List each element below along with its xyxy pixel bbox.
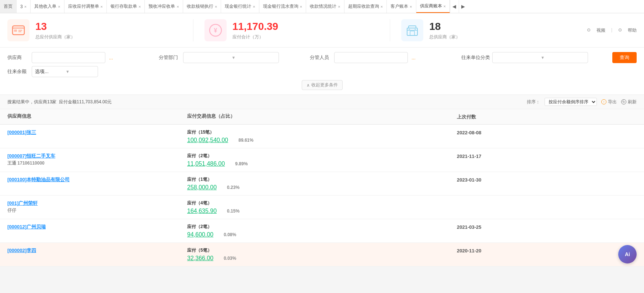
result-bar: 搜索结果中，供应商13家 应付金额111,703,854.00元 排序： 按应付… bbox=[0, 95, 644, 109]
supplier-link-002[interactable]: [000002]李四 bbox=[7, 248, 36, 253]
payable-amount-100[interactable]: 258,000.00 bbox=[187, 184, 217, 191]
nav-tab-advance-collection[interactable]: 预收冲应收单 × bbox=[145, 0, 183, 13]
supplier-input[interactable] bbox=[32, 52, 105, 63]
nav-tab-collection-verify-close[interactable]: × bbox=[215, 4, 217, 9]
nav-tab-other-income[interactable]: 其他收入单 × bbox=[31, 0, 64, 13]
nav-tab-bank-deposit-close[interactable]: × bbox=[139, 4, 141, 9]
nav-tab-cash-bank-flow-close[interactable]: × bbox=[300, 4, 302, 9]
person-label: 分管人员 bbox=[310, 54, 332, 61]
nav-tab-cash-bank-stat-close[interactable]: × bbox=[253, 4, 255, 9]
dept-label: 分管部门 bbox=[159, 54, 181, 61]
nav-tab-customer-account-close[interactable]: × bbox=[410, 4, 412, 9]
balance-label: 往来余额 bbox=[7, 68, 29, 75]
supplier-info-007: [000007]恒旺二手叉车 王通 17106110000 bbox=[7, 153, 187, 166]
result-supplier-count: 13家 bbox=[47, 99, 56, 104]
payable-amount-007[interactable]: 11,051,486.00 bbox=[187, 161, 225, 167]
nav-tab-3-close[interactable]: × bbox=[24, 4, 27, 9]
nav-tab-bank-deposit[interactable]: 银行存取款单 × bbox=[107, 0, 145, 13]
query-button[interactable]: 查询 bbox=[612, 52, 637, 63]
payable-amount-002[interactable]: 32,366.00 bbox=[187, 255, 213, 262]
nav-next-arrow[interactable]: ▶ bbox=[459, 0, 468, 13]
collapse-icon: ∧ bbox=[307, 83, 310, 88]
total-suppliers-number: 18 bbox=[429, 20, 460, 33]
balance-arrow: ▼ bbox=[66, 69, 95, 74]
svg-text:¥: ¥ bbox=[214, 27, 217, 34]
payable-info-001g: 应付（4笔） 164,635.90 0.15% bbox=[187, 200, 457, 214]
nav-tab-other-income-close[interactable]: × bbox=[58, 4, 60, 9]
help-link[interactable]: 帮助 bbox=[628, 27, 637, 34]
nav-tab-overdue-query[interactable]: 超期应收款查询 × bbox=[344, 0, 387, 13]
nav-tab-customer-account[interactable]: 客户账本 × bbox=[387, 0, 416, 13]
nav-tab-collection-stat-label: 收款情况统计 bbox=[310, 3, 336, 10]
export-icon: ↑ bbox=[601, 99, 606, 104]
export-button[interactable]: ↑ 导出 bbox=[601, 99, 617, 105]
collapse-button[interactable]: ∧ 收起更多条件 bbox=[302, 80, 343, 90]
nav-tab-supplier-account[interactable]: 供应商账本 × bbox=[416, 0, 450, 13]
balance-dropdown[interactable]: 选项... ▼ bbox=[32, 66, 98, 77]
nav-tab-3[interactable]: 3 × bbox=[17, 0, 31, 13]
payable-info-001: 应付（15笔） 100,092,540.00 89.61% bbox=[187, 129, 457, 144]
video-icon: ⊙ bbox=[587, 27, 591, 34]
nav-tab-cash-bank-stat[interactable]: 现金银行统计 × bbox=[221, 0, 259, 13]
table-row: [001]广州荣轩 仔仔 应付（4笔） 164,635.90 0.15% bbox=[0, 196, 644, 219]
payable-label-012: 应付（2笔） bbox=[187, 224, 457, 230]
video-link[interactable]: 视频 bbox=[596, 27, 605, 34]
ai-button[interactable]: Ai bbox=[618, 245, 637, 263]
nav-tab-ar-adjust-close[interactable]: × bbox=[101, 4, 103, 9]
payable-label-007: 应付（2笔） bbox=[187, 153, 457, 159]
nav-tab-bank-deposit-label: 银行存取款单 bbox=[111, 3, 137, 10]
nav-tab-cash-bank-stat-label: 现金银行统计 bbox=[225, 3, 251, 10]
payable-info-002: 应付（5笔） 32,366.00 0.03% bbox=[187, 247, 457, 262]
refresh-button[interactable]: ↻ 刷新 bbox=[621, 99, 637, 105]
svg-rect-9 bbox=[409, 29, 410, 30]
payable-label-100: 应付（1笔） bbox=[187, 176, 457, 183]
col-header-payable: 应付交易信息（占比） bbox=[187, 113, 457, 120]
payable-amount-001[interactable]: 100,092,540.00 bbox=[187, 137, 228, 144]
nav-tab-other-income-label: 其他收入单 bbox=[34, 3, 56, 10]
supplier-link-001g[interactable]: [001]广州荣轩 bbox=[7, 200, 38, 206]
payable-amount-001g[interactable]: 164,635.90 bbox=[187, 208, 217, 214]
nav-tab-overdue-query-close[interactable]: × bbox=[381, 4, 383, 9]
filter-balance: 往来余额 选项... ▼ bbox=[7, 66, 637, 77]
help-icon: ⊙ bbox=[618, 27, 622, 34]
stats-bar: 13 总应付供应商（家） ¥ 11,170.39 应付合计（万） bbox=[0, 13, 644, 48]
nav-tab-3-label: 3 bbox=[20, 4, 23, 9]
dept-dropdown[interactable]: ▼ bbox=[183, 52, 279, 63]
total-suppliers-label: 总供应商（家） bbox=[429, 34, 460, 40]
nav-tab-cash-bank-flow[interactable]: 现金银行流水查询 × bbox=[259, 0, 306, 13]
result-amount-prefix: 应付金额 bbox=[59, 99, 77, 104]
payable-info-012: 应付（2笔） 94,600.00 0.08% bbox=[187, 224, 457, 238]
stat-card-total-suppliers: 18 总供应商（家） bbox=[390, 19, 587, 41]
payable-amount-012[interactable]: 94,600.00 bbox=[187, 231, 213, 238]
supplier-link-001[interactable]: [000001]张三 bbox=[7, 130, 36, 135]
nav-tab-customer-account-label: 客户账本 bbox=[391, 3, 408, 10]
nav-tab-ar-adjust[interactable]: 应收应付调整单 × bbox=[64, 0, 107, 13]
filter-row-1: 供应商 ... 分管部门 ▼ 分管人员 ... 往来单位分类 ▼ 查询 bbox=[7, 52, 637, 63]
supplier-dots[interactable]: ... bbox=[109, 55, 113, 61]
sort-select[interactable]: 按应付余额倒序排序 bbox=[545, 98, 597, 106]
nav-tab-collection-stat[interactable]: 收款情况统计 × bbox=[306, 0, 344, 13]
supplier-link-012[interactable]: [000012]广州贝瑞 bbox=[7, 224, 46, 230]
nav-tab-collection-stat-close[interactable]: × bbox=[338, 4, 340, 9]
col-header-supplier: 供应商信息 bbox=[7, 113, 187, 120]
payable-total-icon: ¥ bbox=[204, 19, 227, 41]
nav-tab-supplier-account-close[interactable]: × bbox=[444, 4, 446, 8]
lastpay-007: 2021-11-17 bbox=[457, 153, 637, 159]
person-input[interactable] bbox=[334, 52, 408, 63]
nav-tab-advance-collection-close[interactable]: × bbox=[176, 4, 179, 9]
payable-percent-100: 0.23% bbox=[227, 185, 239, 190]
supplier-link-100[interactable]: [000100]本特勤油品有限公司 bbox=[7, 177, 70, 182]
result-info: 搜索结果中，供应商13家 应付金额111,703,854.00元 bbox=[7, 99, 112, 105]
filter-category: 往来单位分类 ▼ bbox=[461, 52, 613, 63]
supplier-info-001: [000001]张三 bbox=[7, 129, 187, 136]
payable-percent-012: 0.08% bbox=[224, 232, 236, 237]
nav-tab-home[interactable]: 首页 bbox=[0, 0, 17, 13]
filter-supplier: 供应商 ... bbox=[7, 52, 159, 63]
table-row: [000007]恒旺二手叉车 王通 17106110000 应付（2笔） 11,… bbox=[0, 148, 644, 172]
person-dots[interactable]: ... bbox=[412, 55, 416, 61]
nav-tab-collection-verify[interactable]: 收款核销执行 × bbox=[183, 0, 221, 13]
sort-label: 排序： bbox=[527, 99, 540, 105]
nav-prev-arrow[interactable]: ◀ bbox=[450, 0, 459, 13]
category-dropdown[interactable]: ▼ bbox=[492, 52, 588, 63]
supplier-link-007[interactable]: [000007]恒旺二手叉车 bbox=[7, 153, 55, 159]
